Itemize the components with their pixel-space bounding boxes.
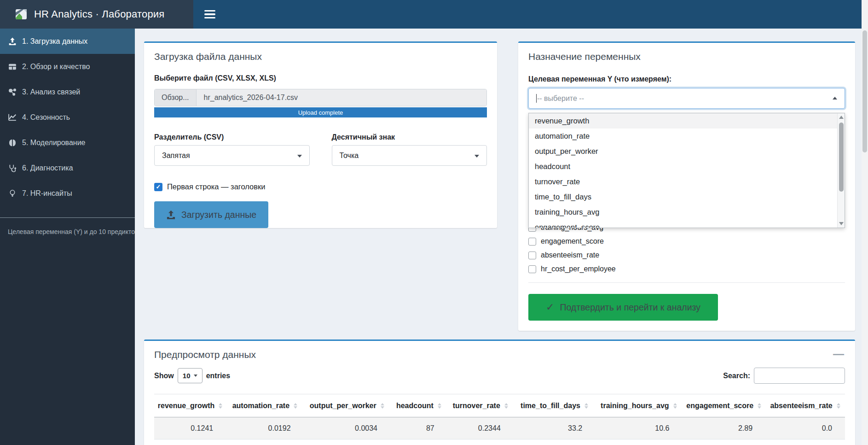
search-input[interactable] bbox=[754, 368, 845, 384]
sort-icon bbox=[584, 403, 588, 409]
delimiter-select[interactable]: Запятая bbox=[154, 145, 310, 166]
scrollbar-thumb[interactable] bbox=[862, 30, 867, 152]
brand: HR Analytics · Лаборатория bbox=[0, 0, 193, 29]
table-cell: 0.0469 bbox=[304, 439, 390, 445]
file-input-label: Выберите файл (CSV, XLSX, XLS) bbox=[154, 74, 487, 82]
table-cell: 0.164 bbox=[154, 439, 226, 445]
sidebar-item-overview-quality[interactable]: 2. Обзор и качество bbox=[0, 54, 135, 79]
upload-progress-label: Upload complete bbox=[298, 109, 343, 116]
predictor-row[interactable]: engagement_score bbox=[528, 234, 845, 248]
column-header[interactable]: turnover_rate bbox=[447, 394, 514, 417]
sidebar-item-seasonality[interactable]: 4. Сезонность bbox=[0, 105, 135, 130]
checkbox-unchecked-icon[interactable] bbox=[528, 238, 536, 246]
checkbox-unchecked-icon[interactable] bbox=[528, 265, 536, 273]
dropdown-scrollbar[interactable] bbox=[837, 113, 845, 228]
page-scrollbar[interactable] bbox=[862, 0, 868, 445]
sidebar-item-label: 3. Анализ связей bbox=[22, 88, 80, 96]
dropdown-option[interactable]: turnover_rate bbox=[529, 174, 837, 189]
sidebar-item-label: 6. Диагностика bbox=[22, 164, 73, 172]
sidebar-divider bbox=[0, 217, 135, 218]
scroll-down-icon[interactable] bbox=[839, 222, 844, 225]
table-row: 0.164 0.0667 0.0469 90 0.2429 37.4 12.8 … bbox=[154, 439, 845, 445]
column-header[interactable]: headcount bbox=[390, 394, 447, 417]
page-length-select[interactable]: 10 bbox=[178, 368, 203, 383]
sort-icon bbox=[294, 403, 297, 409]
assign-card-title: Назначение переменных bbox=[528, 51, 845, 62]
table-cell: 12.8 bbox=[595, 439, 682, 445]
table-cell: 87 bbox=[390, 417, 447, 439]
header-row-checkbox[interactable]: ✓ Первая строка — заголовки bbox=[154, 182, 487, 191]
target-variable-dropdown: revenue_growth automation_rate output_pe… bbox=[528, 113, 845, 228]
caret-down-icon bbox=[297, 155, 302, 158]
dropdown-option[interactable]: engagement_score bbox=[529, 220, 837, 228]
page-length-value: 10 bbox=[183, 372, 191, 380]
checkbox-unchecked-icon[interactable] bbox=[528, 252, 536, 259]
search-label: Search: bbox=[723, 372, 750, 380]
sidebar-item-relationship-analysis[interactable]: 3. Анализ связей bbox=[0, 79, 135, 105]
load-data-button[interactable]: Загрузить данные bbox=[154, 201, 268, 228]
sort-icon bbox=[438, 403, 441, 409]
predictor-row[interactable]: hr_cost_per_employee bbox=[528, 262, 845, 276]
column-header[interactable]: output_per_worker bbox=[304, 394, 390, 417]
sidebar-item-diagnostics[interactable]: 6. Диагностика bbox=[0, 155, 135, 181]
table-row: 0.1241 0.0192 0.0034 87 0.2344 33.2 10.6… bbox=[154, 417, 845, 439]
check-icon: ✓ bbox=[546, 301, 554, 313]
entries-label: entries bbox=[206, 372, 230, 380]
app-logo-icon bbox=[15, 8, 28, 21]
navbar-bar bbox=[193, 0, 862, 29]
table-cell: 33.2 bbox=[514, 417, 595, 439]
column-header[interactable]: revenue_growth bbox=[154, 394, 226, 417]
data-preview-card: Предпросмотр данных — Show 10 entries Se… bbox=[144, 340, 855, 445]
sidebar-item-hr-insights[interactable]: 7. HR-инсайты bbox=[0, 181, 135, 206]
predictor-row[interactable]: absenteeism_rate bbox=[528, 248, 845, 262]
table-cell: 0.0 bbox=[765, 439, 845, 445]
checkbox-checked-icon[interactable]: ✓ bbox=[154, 183, 162, 191]
dropdown-option[interactable]: training_hours_avg bbox=[529, 205, 837, 220]
dropdown-option[interactable]: time_to_fill_days bbox=[529, 189, 837, 205]
browse-button[interactable]: Обзор... bbox=[155, 89, 197, 106]
delimiter-label: Разделитель (CSV) bbox=[154, 133, 310, 141]
sort-icon bbox=[758, 403, 761, 409]
sidebar-item-label: 4. Сезонность bbox=[22, 113, 70, 122]
column-header[interactable]: time_to_fill_days bbox=[514, 394, 595, 417]
sort-icon bbox=[837, 403, 840, 409]
caret-down-icon bbox=[194, 375, 197, 377]
sort-icon bbox=[381, 403, 384, 409]
hamburger-menu-icon[interactable] bbox=[204, 5, 223, 23]
table-cell: 2.89 bbox=[682, 417, 765, 439]
predictor-label: engagement_score bbox=[541, 237, 604, 246]
sort-icon bbox=[673, 403, 677, 409]
upload-card-title: Загрузка файла данных bbox=[154, 51, 487, 62]
sidebar-item-modeling[interactable]: 5. Моделирование bbox=[0, 130, 135, 155]
collapse-icon[interactable]: — bbox=[833, 347, 844, 360]
confirm-analysis-button[interactable]: ✓ Подтвердить и перейти к анализу bbox=[528, 294, 718, 321]
column-header[interactable]: absenteeism_rate bbox=[765, 394, 845, 417]
combobox-placeholder: -- выберите -- bbox=[537, 94, 584, 103]
dropdown-option[interactable]: automation_rate bbox=[529, 129, 837, 144]
sidebar-item-label: 2. Обзор и качество bbox=[22, 63, 90, 71]
column-header[interactable]: training_hours_avg bbox=[595, 394, 682, 417]
sidebar-item-data-upload[interactable]: 1. Загрузка данных bbox=[0, 29, 135, 54]
sidebar: 1. Загрузка данных 2. Обзор и качество 3… bbox=[0, 29, 135, 445]
table-cell: 0.1241 bbox=[154, 417, 226, 439]
scrollbar-thumb[interactable] bbox=[839, 123, 844, 192]
delimiter-value: Запятая bbox=[162, 152, 190, 160]
caret-down-icon bbox=[475, 155, 479, 158]
assign-variables-card: Назначение переменных Целевая переменная… bbox=[518, 41, 855, 331]
table-header-row: revenue_growth automation_rate output_pe… bbox=[154, 394, 845, 417]
dropdown-option[interactable]: output_per_worker bbox=[529, 144, 837, 159]
chart-line-icon bbox=[8, 113, 17, 122]
stethoscope-icon bbox=[8, 164, 17, 173]
dropdown-option[interactable]: headcount bbox=[529, 159, 837, 174]
dropdown-option[interactable]: revenue_growth bbox=[529, 113, 837, 129]
top-navbar: HR Analytics · Лаборатория bbox=[0, 0, 862, 29]
file-input[interactable]: Обзор... hr_analytics_2026-04-17.csv bbox=[154, 89, 487, 106]
table-cell: 0.0034 bbox=[304, 417, 390, 439]
upload-progress-bar: Upload complete bbox=[154, 107, 487, 117]
decimal-select[interactable]: Точка bbox=[332, 145, 487, 166]
column-header[interactable]: automation_rate bbox=[226, 394, 303, 417]
decimal-label: Десятичный знак bbox=[332, 133, 487, 141]
target-variable-combobox[interactable]: -- выберите -- bbox=[528, 88, 845, 109]
scroll-up-icon[interactable] bbox=[839, 116, 844, 119]
column-header[interactable]: engagement_score bbox=[682, 394, 765, 417]
